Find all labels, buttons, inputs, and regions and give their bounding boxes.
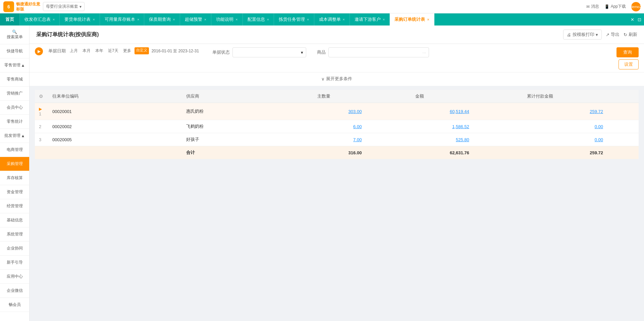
close-icon[interactable]: × (137, 17, 139, 21)
table-container: ⚙ 往来单位编码 供应商 主数量 金额 累计付款金额 ▶ 1 (30, 86, 644, 321)
row-supplier: 飞鹤奶粉 (182, 120, 282, 133)
close-icon[interactable]: × (427, 17, 429, 21)
filter-toggle-button[interactable]: ▶ (35, 47, 43, 55)
app-download-button[interactable]: 📱 App下载 (604, 4, 626, 9)
tab-cost-adjust[interactable]: 成本调整单 × (314, 13, 350, 25)
sidebar-item-enterprise-collab[interactable]: 企业协同 (0, 242, 29, 256)
row-quantity[interactable]: 303.00 (282, 103, 366, 120)
shortcut-last-month[interactable]: 上月 (68, 47, 79, 54)
message-icon: ✉ (586, 4, 590, 9)
col-gear: ⚙ (35, 90, 48, 103)
shortcut-7days[interactable]: 近7天 (107, 47, 120, 54)
row-amount[interactable]: 1,586.52 (366, 120, 473, 133)
custom-date-tag[interactable]: 自定义 (135, 47, 149, 54)
workspace-selector[interactable]: 母婴行业演示账套 ▾ (43, 2, 85, 11)
sidebar-item-basic-info[interactable]: 基础信息 (0, 213, 29, 227)
date-filter-label: 单据日期 (48, 48, 66, 54)
maximize-icon[interactable]: ⊡ (638, 17, 641, 22)
row-paid[interactable]: 0.00 (473, 120, 607, 133)
table-row: 2 00020002 飞鹤奶粉 6.00 1,586.52 0.00 (35, 120, 639, 133)
tab-config-info[interactable]: 配置信息 × (243, 13, 274, 25)
goods-input[interactable]: ··· (328, 47, 429, 57)
sidebar-item-new-guide[interactable]: 新手引导 (0, 256, 29, 270)
logo-icon: 6 (3, 1, 14, 12)
row-amount[interactable]: 60,519.44 (366, 103, 473, 120)
tab-receive-summary[interactable]: 收发存汇总表 × (20, 13, 60, 25)
tab-overstock-warning[interactable]: 超储预警 × (180, 13, 211, 25)
row-quantity[interactable]: 7.00 (282, 133, 366, 146)
row-paid[interactable]: 259.72 (473, 103, 607, 120)
row-index: 3 (35, 133, 48, 146)
shortcut-more[interactable]: 更多 (122, 47, 132, 54)
settings-button[interactable]: 设置 (619, 59, 639, 69)
close-icon[interactable]: × (53, 17, 55, 21)
export-button[interactable]: ↗ 导出 (606, 32, 620, 38)
close-icon[interactable]: × (204, 17, 206, 21)
close-icon[interactable]: × (93, 17, 95, 21)
row-supplier: 好孩子 (182, 133, 282, 146)
date-filter-section: 单据日期 上月 本月 本年 近7天 更多 自定义 2016-01-01 至 20… (48, 47, 199, 54)
col-amount-header: 金额 (366, 90, 473, 103)
message-button[interactable]: ✉ 消息 (586, 4, 599, 9)
sidebar-item-chang-member[interactable]: 畅会员 (0, 298, 29, 312)
col-supplier-header: 供应商 (182, 90, 282, 103)
sidebar-item-enterprise-wechat[interactable]: 企业微信 (0, 284, 29, 298)
table-row: 3 00020005 好孩子 7.00 525.80 0.00 (35, 133, 639, 146)
logo-area: 6 畅捷通好生意 标版 (3, 1, 40, 12)
page-title: 采购订单统计表(按供应商) (36, 31, 99, 38)
tab-pick-task[interactable]: 拣货任务管理 × (274, 13, 314, 25)
tab-available-stock[interactable]: 可用量库存账本 × (100, 13, 144, 25)
close-window-icon[interactable]: ✕ (631, 17, 634, 22)
tab-invite-downstream[interactable]: 邀请下游客户 × (350, 13, 390, 25)
tab-expiry-query[interactable]: 保质期查询 × (144, 13, 180, 25)
tab-home[interactable]: 首页 (0, 13, 20, 25)
date-range-display: 2016-01-01 至 2023-12-31 (152, 49, 199, 53)
shortcut-this-month[interactable]: 本月 (81, 47, 92, 54)
page-header: 采购订单统计表(按供应商) 🖨 按模板打印 ▾ ↗ 导出 ↻ 刷新 (30, 25, 644, 44)
sidebar-item-purchase-mgmt[interactable]: 采购管理 (0, 157, 29, 171)
row-amount[interactable]: 525.80 (366, 133, 473, 146)
date-shortcuts: 上月 本月 本年 近7天 更多 自定义 (68, 47, 149, 54)
query-button[interactable]: 查询 (616, 47, 639, 57)
row-paid[interactable]: 0.00 (473, 133, 607, 146)
tab-order-summary[interactable]: 要货单统计表 × (60, 13, 100, 25)
sidebar-item-finance[interactable]: 资金管理 (0, 185, 29, 199)
sidebar-item-retail-mall[interactable]: 零售商城 (0, 72, 29, 87)
expand-row-icon[interactable]: ▶ (39, 107, 42, 111)
close-icon[interactable]: × (235, 17, 237, 21)
row-quantity[interactable]: 6.00 (282, 120, 366, 133)
print-button[interactable]: 🖨 按模板打印 ▾ (563, 30, 602, 40)
filter-main-row: ▶ 单据日期 上月 本月 本年 近7天 更多 自定义 2016-01-01 至 … (30, 44, 644, 72)
chevron-down-icon: ▾ (301, 50, 303, 55)
shortcut-this-year[interactable]: 本年 (94, 47, 105, 54)
sidebar-item-retail-mgmt[interactable]: 零售管理 ▲ (0, 58, 29, 72)
status-label: 单据状态 (212, 49, 230, 55)
status-select[interactable]: ▾ (232, 47, 306, 57)
close-icon[interactable]: × (343, 17, 345, 21)
sidebar-item-search[interactable]: 🔍 搜索菜单 (0, 25, 29, 44)
column-settings-icon[interactable]: ⚙ (39, 94, 43, 99)
close-icon[interactable]: × (383, 17, 385, 21)
sidebar-item-marketing[interactable]: 营销推广 (0, 87, 29, 101)
sidebar-item-inventory[interactable]: 库存核算 (0, 171, 29, 185)
close-icon[interactable]: × (307, 17, 309, 21)
close-icon[interactable]: × (267, 17, 269, 21)
tab-function-desc[interactable]: 功能说明 × (211, 13, 243, 25)
sidebar-item-operations[interactable]: 经营管理 (0, 199, 29, 213)
refresh-button[interactable]: ↻ 刷新 (624, 32, 637, 38)
sidebar-item-system-mgmt[interactable]: 系统管理 (0, 227, 29, 242)
user-profile[interactable]: demo2 (631, 2, 641, 11)
sidebar-item-ecommerce[interactable]: 电商管理 (0, 143, 29, 157)
sidebar-item-quick-nav[interactable]: 快捷导航 (0, 44, 29, 58)
nav-tab-controls: ✕ ⊡ (628, 17, 644, 22)
sidebar-item-retail-stats[interactable]: 零售统计 (0, 115, 29, 129)
sidebar-item-app-center[interactable]: 应用中心 (0, 270, 29, 284)
close-icon[interactable]: × (173, 17, 175, 21)
expand-more-button[interactable]: ∨ 展开更多条件 (317, 74, 356, 84)
table-footer-row: 合计 316.00 62,631.76 259.72 (35, 146, 639, 159)
sidebar-item-wholesale-mgmt[interactable]: 批发管理 ▲ (0, 129, 29, 143)
footer-amount: 62,631.76 (366, 146, 473, 159)
sidebar-item-member-center[interactable]: 会员中心 (0, 101, 29, 115)
row-code: 00020002 (48, 120, 182, 133)
tab-purchase-order-stats[interactable]: 采购订单统计表 × (390, 13, 434, 25)
